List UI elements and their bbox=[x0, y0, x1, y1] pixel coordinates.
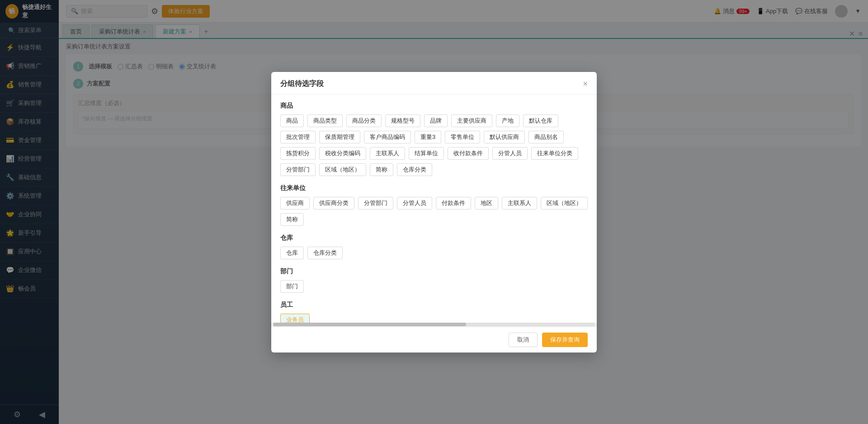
field-tag[interactable]: 区域（地区） bbox=[319, 163, 366, 176]
field-tag[interactable]: 区域（地区） bbox=[541, 197, 588, 210]
field-tag[interactable]: 分管部门 bbox=[358, 197, 393, 210]
section-warehouse: 仓库仓库仓库分类 bbox=[280, 234, 588, 259]
dialog-close-btn[interactable]: × bbox=[583, 80, 588, 88]
field-tag[interactable]: 供应商 bbox=[280, 197, 310, 210]
section-counterpart: 往来单位供应商供应商分类分管部门分管人员付款条件地区主联系人区域（地区）简称 bbox=[280, 184, 588, 226]
field-tag[interactable]: 商品类型 bbox=[307, 114, 343, 127]
field-tag[interactable]: 重量3 bbox=[415, 131, 441, 143]
section-department: 部门部门 bbox=[280, 267, 588, 293]
field-tag[interactable]: 规格型号 bbox=[385, 114, 420, 127]
field-tag[interactable]: 主联系人 bbox=[370, 147, 405, 160]
field-tag[interactable]: 拣货积分 bbox=[280, 147, 316, 160]
field-tag[interactable]: 税收分类编码 bbox=[319, 147, 366, 160]
field-tag[interactable]: 客户商品编码 bbox=[364, 131, 411, 143]
horizontal-scrollbar[interactable] bbox=[271, 323, 597, 326]
field-tag[interactable]: 分管人员 bbox=[397, 197, 432, 210]
section-tags-warehouse: 仓库仓库分类 bbox=[280, 247, 588, 259]
field-tag[interactable]: 往来单位分类 bbox=[531, 147, 578, 160]
field-tag[interactable]: 主联系人 bbox=[502, 197, 537, 210]
field-tag[interactable]: 保质期管理 bbox=[319, 131, 360, 143]
dialog-body[interactable]: 商品商品商品类型商品分类规格型号品牌主要供应商产地默认仓库批次管理保质期管理客户… bbox=[271, 95, 597, 323]
section-title-counterpart: 往来单位 bbox=[280, 184, 588, 192]
dialog-header: 分组待选字段 × bbox=[271, 72, 597, 95]
field-tag[interactable]: 结算单位 bbox=[409, 147, 444, 160]
field-tag[interactable]: 仓库分类 bbox=[307, 247, 343, 259]
field-tag[interactable]: 商品分类 bbox=[346, 114, 382, 127]
field-tag[interactable]: 产地 bbox=[496, 114, 519, 127]
field-tag[interactable]: 地区 bbox=[475, 197, 498, 210]
section-title-employee: 员工 bbox=[280, 301, 588, 309]
field-tag[interactable]: 付款条件 bbox=[436, 197, 471, 210]
field-tag[interactable]: 默认供应商 bbox=[484, 131, 525, 143]
field-tag[interactable]: 简称 bbox=[280, 213, 304, 226]
field-tag[interactable]: 商品 bbox=[280, 114, 304, 127]
field-tag[interactable]: 品牌 bbox=[424, 114, 448, 127]
dialog: 分组待选字段 × 商品商品商品类型商品分类规格型号品牌主要供应商产地默认仓库批次… bbox=[271, 72, 597, 353]
confirm-btn[interactable]: 保存并查询 bbox=[542, 333, 588, 347]
dialog-title: 分组待选字段 bbox=[280, 79, 324, 89]
field-tag[interactable]: 供应商分类 bbox=[313, 197, 354, 210]
field-tag[interactable]: 零售单位 bbox=[445, 131, 480, 143]
cancel-btn[interactable]: 取消 bbox=[509, 333, 538, 347]
field-tag[interactable]: 分管部门 bbox=[280, 163, 316, 176]
field-tag[interactable]: 仓库分类 bbox=[397, 163, 432, 176]
section-tags-employee: 业务员 bbox=[280, 314, 588, 323]
section-title-goods: 商品 bbox=[280, 102, 588, 110]
section-employee: 员工业务员 bbox=[280, 301, 588, 323]
section-tags-goods: 商品商品类型商品分类规格型号品牌主要供应商产地默认仓库批次管理保质期管理客户商品… bbox=[280, 114, 588, 176]
dialog-footer: 取消 保存并查询 bbox=[271, 327, 597, 353]
field-tag[interactable]: 简称 bbox=[370, 163, 393, 176]
section-tags-counterpart: 供应商供应商分类分管部门分管人员付款条件地区主联系人区域（地区）简称 bbox=[280, 197, 588, 226]
field-tag[interactable]: 商品别名 bbox=[528, 131, 564, 143]
field-tag[interactable]: 主要供应商 bbox=[451, 114, 492, 127]
section-title-department: 部门 bbox=[280, 267, 588, 276]
field-tag[interactable]: 收付款条件 bbox=[448, 147, 489, 160]
field-tag[interactable]: 部门 bbox=[280, 280, 304, 293]
section-tags-department: 部门 bbox=[280, 280, 588, 293]
field-tag[interactable]: 业务员 bbox=[280, 314, 310, 323]
field-tag[interactable]: 默认仓库 bbox=[523, 114, 558, 127]
field-tag[interactable]: 仓库 bbox=[280, 247, 304, 259]
section-goods: 商品商品商品类型商品分类规格型号品牌主要供应商产地默认仓库批次管理保质期管理客户… bbox=[280, 102, 588, 176]
field-tag[interactable]: 分管人员 bbox=[492, 147, 528, 160]
section-title-warehouse: 仓库 bbox=[280, 234, 588, 242]
field-tag[interactable]: 批次管理 bbox=[280, 131, 316, 143]
